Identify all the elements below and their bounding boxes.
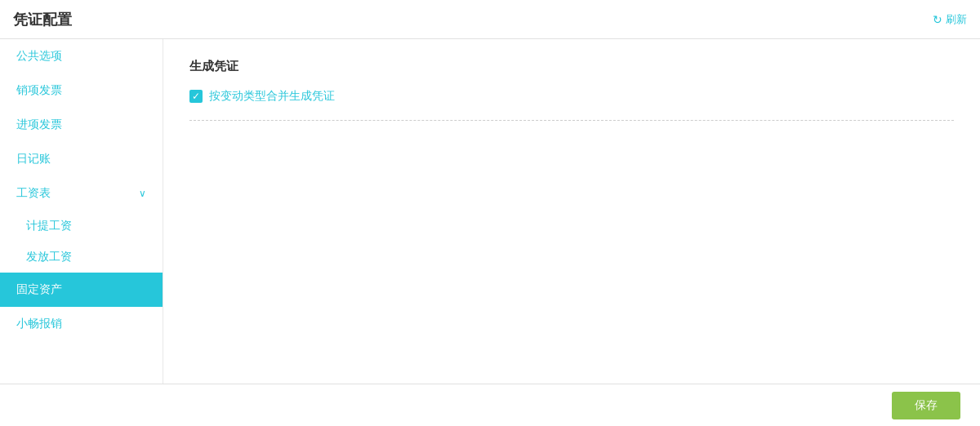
page-title: 凭证配置 bbox=[13, 10, 72, 29]
sidebar-item-sales-invoice[interactable]: 销项发票 bbox=[0, 73, 163, 108]
sidebar-item-public-options[interactable]: 公共选项 bbox=[0, 39, 163, 73]
sidebar-item-payroll-table[interactable]: 工资表∨ bbox=[0, 176, 163, 211]
refresh-button[interactable]: ↻ 刷新 bbox=[933, 12, 967, 27]
section-title: 生成凭证 bbox=[189, 59, 954, 74]
sidebar: 公共选项销项发票进项发票日记账工资表∨计提工资发放工资固定资产小畅报销 bbox=[0, 39, 163, 384]
sidebar-label-expense-report: 小畅报销 bbox=[16, 317, 62, 331]
sidebar-label-fixed-assets: 固定资产 bbox=[16, 282, 62, 297]
section-divider bbox=[189, 120, 954, 121]
sidebar-item-expense-report[interactable]: 小畅报销 bbox=[0, 307, 163, 341]
merge-checkbox-label: 按变动类型合并生成凭证 bbox=[209, 89, 335, 104]
sidebar-label-journal: 日记账 bbox=[16, 152, 51, 166]
footer: 保存 bbox=[0, 384, 980, 426]
sidebar-item-journal[interactable]: 日记账 bbox=[0, 142, 163, 176]
checkbox-row: ✓ 按变动类型合并生成凭证 bbox=[189, 89, 954, 104]
refresh-label: 刷新 bbox=[946, 12, 967, 27]
sidebar-item-fixed-assets[interactable]: 固定资产 bbox=[0, 273, 163, 307]
main-content: 生成凭证 ✓ 按变动类型合并生成凭证 bbox=[163, 39, 980, 384]
sidebar-item-calculate-salary[interactable]: 计提工资 bbox=[0, 211, 163, 242]
sidebar-item-distribute-salary[interactable]: 发放工资 bbox=[0, 242, 163, 273]
refresh-icon: ↻ bbox=[933, 13, 942, 26]
sidebar-item-purchase-invoice[interactable]: 进项发票 bbox=[0, 108, 163, 142]
body: 公共选项销项发票进项发票日记账工资表∨计提工资发放工资固定资产小畅报销 生成凭证… bbox=[0, 39, 980, 384]
page-wrapper: 凭证配置 ↻ 刷新 公共选项销项发票进项发票日记账工资表∨计提工资发放工资固定资… bbox=[0, 0, 980, 426]
sidebar-label-public-options: 公共选项 bbox=[16, 49, 62, 64]
chevron-down-icon: ∨ bbox=[139, 188, 146, 199]
sidebar-label-purchase-invoice: 进项发票 bbox=[16, 118, 62, 132]
save-button[interactable]: 保存 bbox=[892, 392, 960, 419]
sidebar-label-payroll-table: 工资表 bbox=[16, 186, 51, 201]
check-mark-icon: ✓ bbox=[192, 91, 200, 101]
header: 凭证配置 ↻ 刷新 bbox=[0, 0, 980, 39]
sidebar-label-sales-invoice: 销项发票 bbox=[16, 83, 62, 98]
merge-checkbox[interactable]: ✓ bbox=[189, 90, 203, 103]
